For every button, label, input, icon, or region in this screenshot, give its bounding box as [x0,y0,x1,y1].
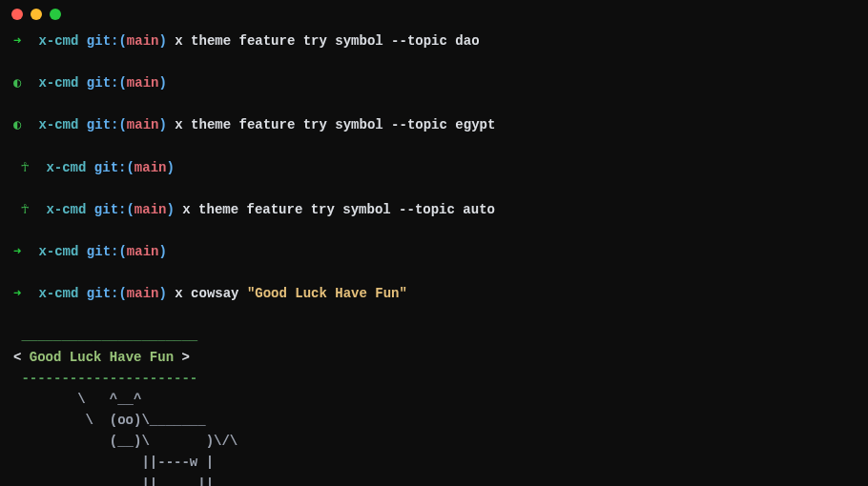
prompt-git-label: git:( [87,75,127,91]
prompt-dir: x-cmd [38,33,78,49]
prompt-git-close: ) [158,286,166,301]
cmd-x: x [175,286,182,301]
prompt-line: ☥ x-cmd git:(main) [13,159,855,176]
cmd-text: cowsay [191,286,247,301]
prompt-symbol: ➜ [13,285,31,302]
cowsay-body-line: || || [13,476,855,486]
prompt-line: ➜ x-cmd git:(main) x theme feature try s… [13,32,855,50]
prompt-symbol: ☥ [21,201,38,218]
window-minimize-button[interactable] [31,9,42,20]
prompt-git-close: ) [158,75,166,91]
cowsay-body-line: ||----w | [13,454,855,471]
prompt-branch: main [127,244,159,259]
prompt-symbol: ➜ [13,32,31,50]
cmd-text: theme feature try symbol --topic auto [198,202,495,217]
cowsay-body-line: \ ^__^ [13,391,855,408]
prompt-git-label: git:( [87,286,127,301]
prompt-line: ◐ x-cmd git:(main) [13,74,855,91]
terminal-output[interactable]: ➜ x-cmd git:(main) x theme feature try s… [0,29,868,486]
prompt-git-label: git:( [87,244,127,259]
prompt-dir: x-cmd [38,286,78,301]
cmd-x: x [175,117,182,132]
prompt-git-close: ) [158,117,166,132]
prompt-dir: x-cmd [38,244,78,259]
prompt-git-close: ) [158,33,166,49]
blank-line [13,306,855,323]
titlebar [0,0,868,29]
prompt-dir: x-cmd [46,160,86,175]
prompt-dir: x-cmd [38,75,78,91]
prompt-git-close: ) [166,202,174,217]
prompt-symbol: ◐ [13,74,31,91]
prompt-line: ➜ x-cmd git:(main) x cowsay "Good Luck H… [13,285,855,302]
window-maximize-button[interactable] [50,9,61,20]
cmd-quote: "Good Luck Have Fun" [247,286,407,301]
cmd-x: x [182,202,190,217]
prompt-symbol: ◐ [13,116,31,133]
prompt-symbol: ➜ [13,243,31,260]
prompt-line: ◐ x-cmd git:(main) x theme feature try s… [13,116,855,133]
blank-line [13,180,855,197]
prompt-git-label: git:( [94,160,134,175]
prompt-branch: main [127,33,159,49]
prompt-git-label: git:( [87,33,127,49]
prompt-branch: main [134,202,167,217]
cowsay-message: < Good Luck Have Fun > [13,349,855,366]
prompt-git-label: git:( [94,202,134,217]
cmd-text: theme feature try symbol --topic dao [191,33,479,49]
window-close-button[interactable] [11,9,23,20]
cmd-x: x [175,33,182,49]
prompt-git-close: ) [158,244,166,259]
blank-line [13,95,855,112]
prompt-branch: main [127,286,159,301]
prompt-dir: x-cmd [46,202,86,217]
prompt-branch: main [127,117,159,132]
cowsay-body-line: (__)\ )\/\ [13,433,855,450]
prompt-line: ☥ x-cmd git:(main) x theme feature try s… [13,201,855,218]
prompt-dir: x-cmd [38,117,78,132]
prompt-symbol: ☥ [21,159,38,176]
prompt-git-label: git:( [87,117,127,132]
cowsay-body-line: \ (oo)\_______ [13,412,855,429]
cmd-text: theme feature try symbol --topic egypt [191,117,495,132]
prompt-line: ➜ x-cmd git:(main) [13,243,855,260]
blank-line [13,222,855,239]
blank-line [13,53,855,71]
blank-line [13,264,855,281]
cowsay-border-bottom: ---------------------- [13,370,855,387]
cowsay-border-top: ______________________ [13,327,855,344]
blank-line [13,138,855,155]
prompt-branch: main [127,75,159,91]
prompt-branch: main [134,160,167,175]
prompt-git-close: ) [166,160,174,175]
